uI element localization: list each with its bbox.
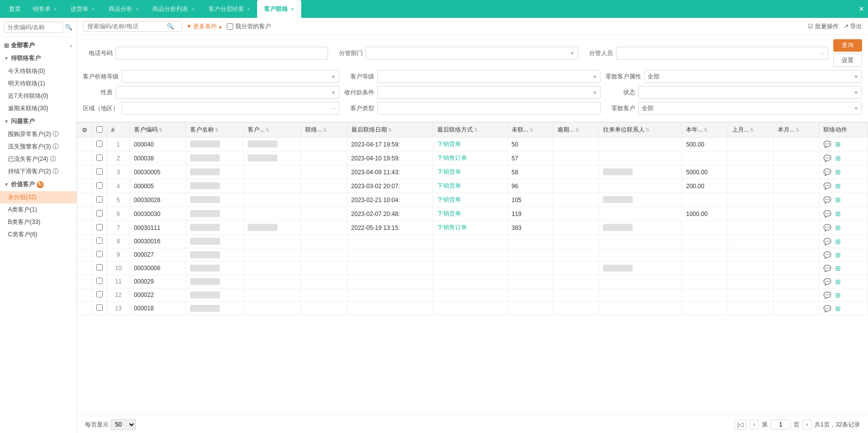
col-overdue[interactable]: 逾期...⇅ [553,123,599,138]
filter-more-btn[interactable]: ▼ 更多条件 ▲ [186,22,223,31]
filter-phone-input[interactable] [116,47,328,60]
export-btn[interactable]: ↗ 导出 [844,22,862,31]
chat-icon[interactable]: 💬 [823,182,831,190]
col-no-contact[interactable]: 未联...⇅ [507,123,553,138]
filter-customer-grade-select[interactable]: ▼ [377,70,601,83]
row-checkbox[interactable] [96,154,103,161]
tab-close-icon[interactable]: × [91,6,94,12]
tab-customer-contact[interactable]: 客户联络 × [257,0,301,18]
tab-close-icon[interactable]: × [291,6,294,12]
my-customers-checkbox[interactable] [227,23,233,30]
query-button[interactable]: 查询 [833,39,862,52]
filter-customer-type-input[interactable] [377,102,601,115]
col-last-contact-date[interactable]: 最后联络日期⇅ [347,123,433,138]
qr-icon[interactable]: ⊞ [835,196,841,204]
row-settings[interactable] [77,289,92,302]
row-checkbox[interactable] [96,291,103,297]
col-last-month[interactable]: 上月...⇅ [728,123,773,138]
row-settings[interactable] [77,165,92,179]
sidebar-search-input[interactable] [4,22,63,33]
tab-close-icon[interactable]: × [54,6,57,12]
chat-icon[interactable]: 💬 [823,210,831,217]
sidebar-group-value[interactable]: ▼ 价值客户 ↻ [0,178,76,191]
col-customer-type[interactable]: 客户...⇅ [244,123,301,138]
first-page-btn[interactable]: |◁ [734,420,747,430]
qr-icon[interactable]: ⊞ [835,278,841,286]
settings-column-header[interactable]: ⚙ [77,123,92,138]
col-company-contact[interactable]: 往来单位联系人⇅ [599,123,682,138]
sidebar-collapse-icon[interactable]: « [69,43,72,49]
qr-icon[interactable]: ⊞ [835,182,841,190]
filter-search-input[interactable] [87,23,167,30]
tab-home[interactable]: 首页 [4,0,26,18]
qr-icon[interactable]: ⊞ [835,210,841,217]
qr-icon[interactable]: ⊞ [835,305,841,312]
sidebar-item-ungrouped[interactable]: 未分组(32) [0,191,76,204]
chat-icon[interactable]: 💬 [823,224,831,231]
qr-icon[interactable]: ⊞ [835,154,841,162]
sidebar-item-tomorrow[interactable]: 明天待联络(1) [0,77,76,90]
sidebar-group-pending[interactable]: ▼ 待联络客户 [0,52,76,65]
qr-icon[interactable]: ⊞ [835,291,841,299]
qr-icon[interactable]: ⊞ [835,265,841,272]
qr-icon[interactable]: ⊞ [835,251,841,259]
filter-payment-select[interactable]: ▼ [377,86,601,99]
row-checkbox[interactable] [96,196,103,203]
chat-icon[interactable]: 💬 [823,291,831,299]
checkbox-column-header[interactable] [92,123,107,138]
row-settings[interactable] [77,248,92,262]
col-name[interactable]: 客户名称⇅ [186,123,244,138]
filter-price-grade-select[interactable]: ▼ [122,70,339,83]
chat-icon[interactable]: 💬 [823,251,831,259]
col-this-year[interactable]: 本年...⇅ [682,123,728,138]
col-contact[interactable]: 联络...⇅ [301,123,347,138]
sidebar-item-churn-warn[interactable]: 流失预警客户(3) ⓘ [0,141,76,153]
chat-icon[interactable]: 💬 [823,141,831,148]
tab-product-analysis[interactable]: 商品分析 × [102,0,145,18]
dots-icon[interactable]: ··· [331,105,336,112]
col-code[interactable]: 客户编码⇅ [130,123,186,138]
row-settings[interactable] [77,207,92,221]
row-checkbox[interactable] [96,182,103,189]
tab-product-analysis-list[interactable]: 商品分析列表 × [145,0,201,18]
sidebar-item-abnormal[interactable]: 囤购异常客户(2) ⓘ [0,128,76,141]
row-checkbox[interactable] [96,264,103,271]
sidebar-item-c-class[interactable]: C类客户(6) [0,228,76,241]
tab-customer-layer[interactable]: 客户分层经客 × [201,0,257,18]
next-page-btn[interactable]: › [802,420,811,430]
row-checkbox[interactable] [96,251,103,257]
filter-retail-attr-select[interactable]: 全部 ▼ [644,70,862,83]
qr-icon[interactable]: ⊞ [835,141,841,148]
row-checkbox[interactable] [96,224,103,230]
chat-icon[interactable]: 💬 [823,305,831,312]
sidebar-search-icon[interactable]: 🔍 [65,24,72,31]
row-settings[interactable] [77,138,92,151]
row-settings[interactable] [77,262,92,275]
page-input[interactable] [771,420,791,430]
row-checkbox[interactable] [96,237,103,244]
filter-person-select[interactable]: ··· [616,47,828,60]
qr-icon[interactable]: ⊞ [835,168,841,176]
tab-sales[interactable]: 销售单 × [26,0,64,18]
per-page-select[interactable]: 50 100 200 [111,419,136,430]
row-checkbox[interactable] [96,210,103,216]
chat-icon[interactable]: 💬 [823,238,831,245]
sidebar-item-declining[interactable]: 持续下滑客户(2) ⓘ [0,165,76,178]
filter-nature-select[interactable]: ▼ [116,86,339,99]
row-checkbox[interactable] [96,141,103,147]
chat-icon[interactable]: 💬 [823,278,831,286]
row-settings[interactable] [77,302,92,315]
chat-icon[interactable]: 💬 [823,168,831,176]
batch-op-btn[interactable]: ☑ 批量操作 [808,22,839,31]
chat-icon[interactable]: 💬 [823,196,831,204]
row-checkbox[interactable] [96,278,103,284]
row-checkbox[interactable] [96,168,103,175]
tab-close-icon[interactable]: × [135,6,138,12]
row-settings[interactable] [77,151,92,165]
tab-purchase[interactable]: 进货单 × [64,0,101,18]
sidebar-item-a-class[interactable]: A类客户(1) [0,204,76,216]
select-all-checkbox[interactable] [96,126,103,133]
col-this-month[interactable]: 本月...⇅ [773,123,819,138]
reset-button[interactable]: 设置 [833,54,862,67]
row-settings[interactable] [77,193,92,207]
